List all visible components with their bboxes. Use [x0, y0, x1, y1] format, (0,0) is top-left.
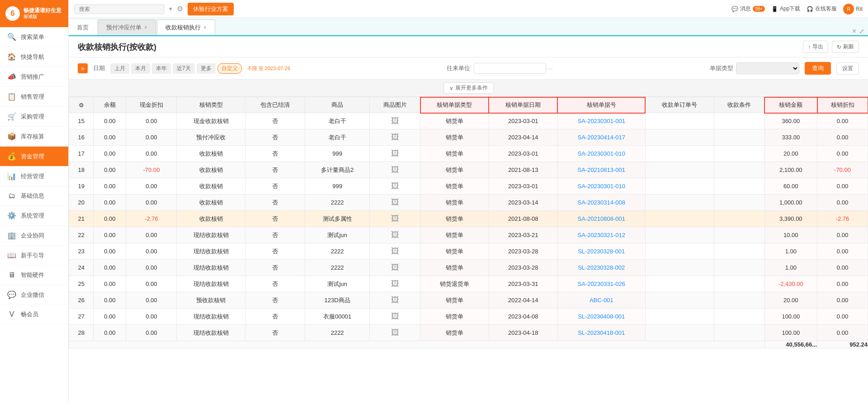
close-window-icon[interactable]: ×: [852, 27, 856, 35]
tab-prepay[interactable]: 预付冲应付单×: [98, 19, 156, 35]
cell-writeoff_discount: 0.00: [817, 309, 868, 325]
date-option-本年[interactable]: 本年: [152, 63, 171, 74]
cell-receipt_order_no: [645, 129, 714, 146]
message-button[interactable]: 💬 消息 99+: [731, 5, 765, 13]
bill-no-link[interactable]: SA-20230331-026: [577, 280, 625, 287]
cell-bill_no: SL-20230328-001: [557, 243, 645, 260]
sidebar-item-vip[interactable]: V畅会员: [0, 305, 68, 324]
tab-close-prepay[interactable]: ×: [144, 24, 147, 31]
sidebar-item-label: 采购管理: [21, 113, 44, 121]
bill-no-link[interactable]: ABC-001: [590, 297, 613, 304]
cell-goods: 测试jun: [305, 227, 370, 243]
bill-type-select[interactable]: [736, 62, 799, 74]
cell-cash_discount: 0.00: [126, 325, 177, 341]
sidebar-item-hardware[interactable]: 🖥智能硬件: [0, 266, 68, 285]
bill-no-link[interactable]: SL-20230408-001: [578, 313, 625, 320]
cell-balance: 0.00: [94, 325, 126, 341]
bill-no-link[interactable]: SA-20230321-012: [577, 232, 625, 238]
partner-dots[interactable]: ···: [546, 65, 554, 72]
table-row: 260.000.00预收款核销否123D商品🖼销货单2022-04-14ABC-…: [69, 292, 868, 309]
bill-no-link[interactable]: SA-20210813-001: [577, 166, 625, 173]
cell-bill_no: SA-20210813-001: [557, 162, 645, 178]
page-header: 收款核销执行(按收款) ↑ 导出 ↻ 刷新: [69, 36, 868, 57]
bill-no-link[interactable]: SL-20230418-001: [578, 329, 625, 336]
cell-bill_no: SA-20230331-026: [557, 276, 645, 292]
col-header-gear: ⚙: [69, 97, 94, 113]
maximize-icon[interactable]: ⤢: [859, 28, 864, 35]
sidebar-item-system[interactable]: ⚙️系统管理: [0, 206, 68, 226]
query-button[interactable]: 查询: [805, 62, 831, 75]
sidebar-item-finance[interactable]: 💰资金管理: [0, 147, 68, 166]
sidebar-item-enterprise[interactable]: 🏢企业协同: [0, 226, 68, 246]
bill-no-link[interactable]: SL-20230328-002: [578, 264, 625, 271]
bill-no-link[interactable]: SA-20210808-001: [577, 215, 625, 222]
sidebar-item-purchase[interactable]: 🛒采购管理: [0, 107, 68, 127]
cell-receipt_condition: [714, 325, 764, 341]
cell-receipt_order_no: [645, 276, 714, 292]
sidebar-item-marketing[interactable]: 📣营销推广: [0, 67, 68, 87]
cell-gear: 17: [69, 146, 94, 162]
tab-close-writeoff[interactable]: ×: [203, 24, 207, 31]
sidebar-item-basic[interactable]: 🗂基础信息: [0, 186, 68, 206]
cell-writeoff_amount: 1.00: [764, 260, 817, 276]
cell-bill_type: 销货单: [420, 178, 489, 195]
bill-type-filter: 单据类型: [710, 62, 799, 74]
sidebar-item-wechat[interactable]: 💬企业微信: [0, 285, 68, 305]
cell-goods_img: 🖼: [370, 276, 420, 292]
cell-balance: 0.00: [94, 146, 126, 162]
user-info[interactable]: R Rit: [843, 4, 863, 14]
sidebar-item-quick-nav[interactable]: 🏠快捷导航: [0, 47, 68, 67]
bill-no-link[interactable]: SA-20230301-010: [577, 183, 625, 190]
table-row: 200.000.00收款核销否2222🖼销货单2023-03-14SA-2023…: [69, 195, 868, 211]
sidebar-item-inventory[interactable]: 📦库存核算: [0, 127, 68, 147]
date-custom-button[interactable]: 自定义: [217, 63, 242, 74]
page-actions: ↑ 导出 ↻ 刷新: [803, 41, 859, 53]
tab-home[interactable]: 首页: [69, 20, 97, 35]
bill-no-link[interactable]: SA-20230314-008: [577, 199, 625, 206]
cell-gear: 26: [69, 292, 94, 309]
date-option-近7天[interactable]: 近7天: [173, 63, 195, 74]
filter-settings-button[interactable]: 设置: [836, 62, 859, 75]
cell-writeoff_type: 预收款核销: [177, 292, 245, 309]
refresh-button[interactable]: ↻ 刷新: [832, 41, 859, 53]
cell-cash_discount: 0.00: [126, 276, 177, 292]
bill-no-link[interactable]: SA-20230414-017: [577, 134, 625, 141]
partner-input[interactable]: [474, 63, 546, 74]
wechat-icon: 💬: [7, 290, 16, 299]
search-input[interactable]: [74, 4, 165, 14]
date-option-上月[interactable]: 上月: [110, 63, 129, 74]
cell-cash_discount: 0.00: [126, 309, 177, 325]
solution-button[interactable]: 休验行业方案: [188, 3, 234, 15]
cell-goods_img: 🖼: [370, 260, 420, 276]
col-header-cash_discount: 现金折扣: [126, 97, 177, 113]
cell-included_settled: 否: [245, 129, 305, 146]
cell-balance: 0.00: [94, 129, 126, 146]
expand-more-button[interactable]: ∨ 展开更多条件: [443, 82, 494, 94]
table-container[interactable]: ⚙余额现金折扣核销类型包含已结清商品商品图片核销单据类型核销单据日期核销单据号收…: [69, 97, 868, 404]
sidebar-item-business[interactable]: 📊经营管理: [0, 166, 68, 186]
bill-no-link[interactable]: SL-20230328-001: [578, 248, 625, 255]
date-option-更多[interactable]: 更多: [197, 63, 216, 74]
cell-gear: 27: [69, 309, 94, 325]
cell-gear: 15: [69, 113, 94, 129]
app-download-button[interactable]: 📱 App下载: [771, 5, 800, 13]
bill-no-link[interactable]: SA-20230301-010: [577, 150, 625, 157]
date-option-本月[interactable]: 本月: [131, 63, 150, 74]
filter-expand-button[interactable]: »: [78, 63, 88, 73]
cell-receipt_condition: [714, 309, 764, 325]
sidebar-item-sales[interactable]: 📋销售管理: [0, 87, 68, 107]
cell-receipt_order_no: [645, 178, 714, 195]
cell-writeoff_amount: 3,390.00: [764, 211, 817, 227]
cell-bill_type: 销货单: [420, 243, 489, 260]
cell-goods_img: 🖼: [370, 162, 420, 178]
cell-bill_date: 2023-03-01: [489, 146, 557, 162]
sidebar-item-search[interactable]: 🔍搜索菜单: [0, 27, 68, 47]
sidebar-item-guide[interactable]: 📖新手引导: [0, 246, 68, 266]
tab-writeoff[interactable]: 收款核销执行×: [157, 19, 215, 35]
table-row: 240.000.00现结收款核销否2222🖼销货单2023-03-28SL-20…: [69, 260, 868, 276]
export-button[interactable]: ↑ 导出: [803, 41, 828, 53]
cell-writeoff_discount: 0.00: [817, 146, 868, 162]
bill-no-link[interactable]: SA-20230301-001: [577, 118, 625, 124]
gear-icon[interactable]: ⚙: [177, 5, 183, 13]
online-service-button[interactable]: 🎧 在线客服: [807, 5, 837, 13]
